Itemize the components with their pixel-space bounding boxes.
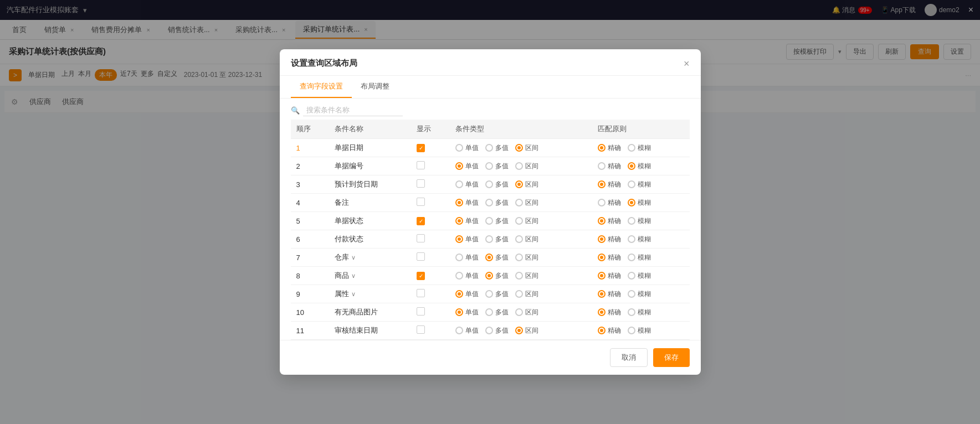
tab-layout[interactable]: 布局调整	[352, 76, 398, 98]
dialog-title: 设置查询区域布局	[291, 58, 357, 69]
dialog-search-area: 🔍	[280, 99, 701, 117]
dialog-header: 设置查询区域布局 ×	[280, 49, 701, 76]
tab-query-fields[interactable]: 查询字段设置	[291, 76, 352, 98]
dialog-overlay: 设置查询区域布局 × 查询字段设置 布局调整 🔍 顺序 条件名称	[0, 0, 980, 117]
dialog-close-button[interactable]: ×	[684, 59, 690, 69]
settings-dialog: 设置查询区域布局 × 查询字段设置 布局调整 🔍 顺序 条件名称	[280, 49, 701, 117]
tab-query-fields-label: 查询字段设置	[300, 82, 343, 90]
search-input[interactable]	[303, 104, 403, 116]
dialog-tab-bar: 查询字段设置 布局调整	[280, 76, 701, 99]
tab-layout-label: 布局调整	[361, 82, 389, 90]
search-icon: 🔍	[291, 106, 300, 115]
